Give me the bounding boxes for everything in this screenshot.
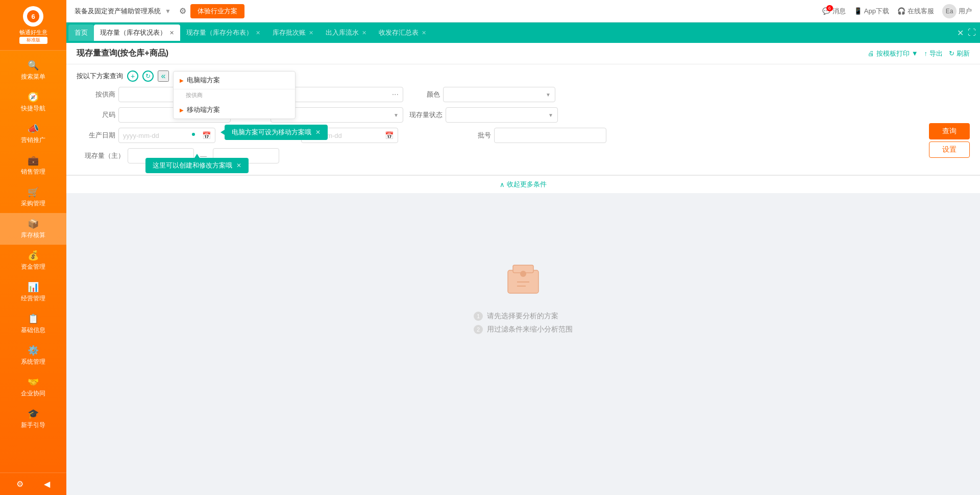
tabbar-actions: ✕ ⛶ — [957, 28, 980, 38]
box-icon: 📦 — [28, 218, 39, 229]
tab-close-inout[interactable]: ✕ — [362, 30, 366, 36]
tooltip2-close-button[interactable]: ✕ — [236, 162, 241, 169]
export-icon: ↑ — [924, 50, 928, 57]
tab-close-stock-dist[interactable]: ✕ — [256, 30, 260, 36]
sidebar-bottom: ⚙ ◀ — [0, 473, 66, 495]
reset-button[interactable]: 设置 — [929, 142, 970, 158]
dropdown-arrow-icon: ▼ — [912, 50, 918, 57]
tooltip1-close-button[interactable]: ✕ — [315, 129, 321, 136]
sidebar-item-stock[interactable]: 📦 库存核算 — [0, 213, 66, 245]
filter-add-button[interactable]: + — [127, 70, 138, 82]
topbar-left: 装备及固定资产辅助管理系统 ▼ ⚙ 体验行业方案 — [75, 4, 244, 18]
filter-refresh-button[interactable]: ↻ — [142, 70, 154, 82]
settings-button[interactable]: ⚙ — [16, 479, 23, 489]
stock-status-select[interactable]: ▼ — [446, 107, 558, 123]
sidebar-item-guide[interactable]: 🎓 新手引导 — [0, 403, 66, 435]
trial-button[interactable]: 体验行业方案 — [190, 4, 244, 18]
collapse-bar[interactable]: ∧ 收起更多条件 — [66, 175, 980, 193]
stock-status-label: 现存量状态 — [409, 110, 443, 120]
sidebar-item-quick-nav[interactable]: 🧭 快捷导航 — [0, 86, 66, 118]
avatar: Ea — [942, 4, 957, 18]
tab-inout[interactable]: 出入库流水 ✕ — [320, 25, 373, 41]
batch-input[interactable] — [494, 128, 606, 143]
page-actions: 🖨 按模板打印 ▼ ↑ 导出 ↻ 刷新 — [868, 49, 970, 58]
headset-icon: 🎧 — [897, 7, 905, 15]
notification-item[interactable]: 💬 消息 6 — [822, 7, 846, 16]
mfg-calendar-icon: 📅 — [202, 131, 211, 139]
briefcase-icon: 💼 — [28, 155, 39, 166]
phone-icon: 📱 — [854, 7, 862, 15]
tab-stock-dist[interactable]: 现存量（库存分布表） ✕ — [180, 25, 266, 41]
sidebar-item-purchase[interactable]: 🛒 采购管理 — [0, 181, 66, 213]
color-dropdown-icon: ▼ — [546, 92, 551, 98]
tab-close-summary[interactable]: ✕ — [422, 30, 426, 36]
refresh-button[interactable]: ↻ 刷新 — [949, 49, 970, 58]
scheme-item-mobile[interactable]: ▶ 移动端方案 — [174, 101, 295, 119]
tab-summary[interactable]: 收发存汇总表 ✕ — [373, 25, 432, 41]
tab-batch[interactable]: 库存批次账 ✕ — [266, 25, 320, 41]
sidebar-item-system[interactable]: ⚙️ 系统管理 — [0, 340, 66, 371]
export-button[interactable]: ↑ 导出 — [924, 49, 943, 58]
tab-close-stock-status[interactable]: ✕ — [169, 30, 174, 36]
clipboard-icon: 📋 — [28, 313, 39, 324]
topbar-right: 💬 消息 6 📱 App下载 🎧 在线客服 Ea 用户 — [822, 4, 972, 18]
handshake-icon: 🤝 — [28, 376, 39, 388]
tab-stock-status[interactable]: 现存量（库存状况表） ✕ — [94, 25, 180, 41]
batch-label: 批号 — [460, 131, 491, 140]
tooltip-pc-scheme: 电脑方案可设为移动方案哦 ✕ — [225, 125, 328, 140]
chevron-up-icon: ∧ — [500, 181, 505, 188]
compass-icon: 🧭 — [28, 91, 39, 103]
system-dropdown-arrow[interactable]: ▼ — [165, 8, 171, 15]
sidebar-item-search[interactable]: 🔍 搜索菜单 — [0, 55, 66, 86]
settings-icon[interactable]: ⚙ — [179, 6, 186, 16]
mfg-date-input[interactable]: yyyy-mm-dd 📅 — [118, 128, 215, 143]
system-name: 装备及固定资产辅助管理系统 — [75, 7, 161, 16]
color-select[interactable]: ▼ — [443, 87, 555, 102]
filter-row-3: 生产日期 yyyy-mm-dd 📅 失效日期 yyyy-mm-dd 📅 批号 — [85, 128, 970, 143]
sidebar-item-marketing[interactable]: 📣 营销推广 — [0, 118, 66, 150]
topbar: 装备及固定资产辅助管理系统 ▼ ⚙ 体验行业方案 💬 消息 6 📱 App下载 … — [66, 0, 980, 22]
online-service-item[interactable]: 🎧 在线客服 — [897, 7, 934, 16]
search-buttons: 查询 设置 — [929, 123, 970, 158]
svg-text:6: 6 — [31, 13, 35, 20]
size-label: 尺码 — [85, 110, 115, 120]
app-download-item[interactable]: 📱 App下载 — [854, 7, 889, 16]
tab-home[interactable]: 首页 — [68, 25, 94, 41]
refresh-icon: ↻ — [949, 50, 954, 57]
svg-point-4 — [520, 271, 526, 277]
gear-icon: ⚙️ — [28, 345, 39, 356]
close-all-tabs-button[interactable]: ✕ — [957, 28, 964, 38]
sidebar: 6 畅通好生意 标准版 🔍 搜索菜单 🧭 快捷导航 📣 营销推广 💼 销售管理 … — [0, 0, 66, 495]
hint-number-1: 1 — [474, 312, 483, 321]
sidebar-item-base[interactable]: 📋 基础信息 — [0, 308, 66, 340]
sidebar-item-sales[interactable]: 💼 销售管理 — [0, 150, 66, 181]
filter-color-field: 颜色 ▼ — [409, 87, 555, 102]
page-title: 现存量查询(按仓库+商品) — [77, 48, 168, 59]
print-template-button[interactable]: 🖨 按模板打印 ▼ — [868, 49, 918, 58]
sidebar-navigation: 🔍 搜索菜单 🧭 快捷导航 📣 营销推广 💼 销售管理 🛒 采购管理 📦 库存核… — [0, 51, 66, 473]
tabbar: 首页 现存量（库存状况表） ✕ 现存量（库存分布表） ✕ 库存批次账 ✕ 出入库… — [66, 22, 980, 43]
mfg-date-label: 生产日期 — [85, 131, 115, 140]
filter-mfg-date-field: 生产日期 yyyy-mm-dd 📅 — [85, 128, 215, 143]
collapse-sidebar-button[interactable]: ◀ — [44, 479, 50, 489]
chart-icon: 📊 — [28, 281, 39, 293]
fullscreen-button[interactable]: ⛶ — [968, 28, 976, 37]
filter-back-button[interactable]: « — [158, 70, 169, 82]
sidebar-item-collab[interactable]: 🤝 企业协同 — [0, 371, 66, 403]
tooltip-create-scheme: 这里可以创建和修改方案哦 ✕ — [145, 158, 249, 173]
search-icon: 🔍 — [28, 60, 39, 71]
sidebar-item-operation[interactable]: 📊 经营管理 — [0, 276, 66, 308]
highlight-dot — [191, 132, 196, 137]
filter-area: 按以下方案查询 + ↻ « ▶ 电脑端方案 按供商 ▶ 移动端方案 — [66, 64, 980, 175]
goods-more-icon: ··· — [392, 90, 399, 99]
sidebar-item-finance[interactable]: 💰 资金管理 — [0, 245, 66, 276]
filter-header: 按以下方案查询 + ↻ « ▶ 电脑端方案 按供商 ▶ 移动端方案 — [77, 70, 970, 82]
hint-number-2: 2 — [474, 325, 483, 334]
origin-dropdown-icon: ▼ — [394, 112, 399, 118]
tab-close-batch[interactable]: ✕ — [309, 30, 313, 36]
stock-main-label: 现存量（主） — [85, 151, 125, 160]
scheme-item-pc[interactable]: ▶ 电脑端方案 — [174, 72, 295, 89]
user-item[interactable]: Ea 用户 — [942, 4, 972, 18]
color-label: 颜色 — [409, 90, 440, 99]
search-button[interactable]: 查询 — [929, 123, 970, 139]
